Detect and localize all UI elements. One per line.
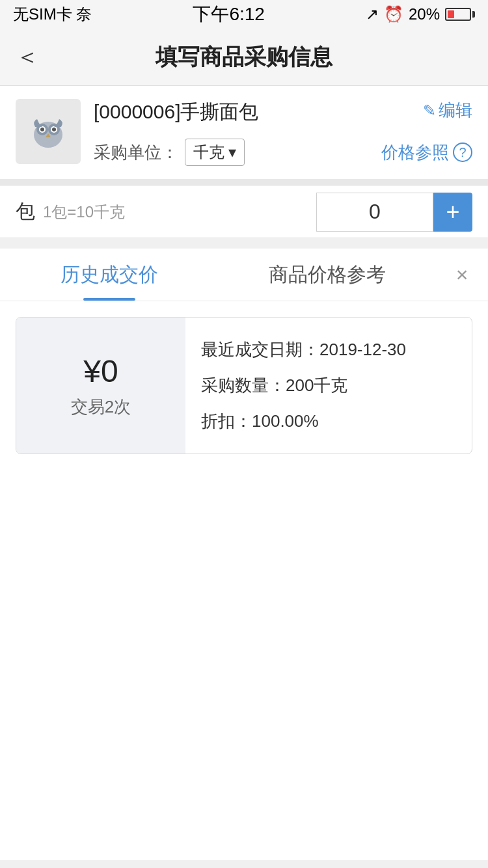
bottom-area — [0, 470, 488, 860]
edit-icon: ✎ — [423, 102, 436, 120]
product-name: [0000006]手撕面包 — [94, 99, 413, 126]
quantity-convert: 1包=10千克 — [43, 202, 125, 223]
yen-symbol: ¥ — [83, 354, 101, 388]
quantity-unit: 包 — [16, 198, 35, 225]
dropdown-arrow-icon: ▾ — [228, 143, 236, 161]
tabs-section: 历史成交价 商品价格参考 × ¥0 交易2次 最近成交日期：2019-12-30… — [0, 249, 488, 470]
carrier-label: 无SIM卡 奈 — [13, 4, 92, 25]
quantity-input[interactable]: 0 — [316, 193, 433, 232]
back-button[interactable]: ＜ — [16, 41, 39, 73]
edit-button[interactable]: ✎ 编辑 — [423, 99, 472, 122]
quantity-section: 包 1包=10千克 0 + — [0, 186, 488, 238]
unit-label: 采购单位： 千克 ▾ — [94, 139, 245, 166]
trade-details: 最近成交日期：2019-12-30 采购数量：200千克 折扣：100.00% — [185, 318, 472, 454]
location-icon: ↗ — [366, 5, 379, 23]
trade-card: ¥0 交易2次 最近成交日期：2019-12-30 采购数量：200千克 折扣：… — [16, 317, 472, 454]
product-info: [0000006]手撕面包 ✎ 编辑 采购单位： 千克 ▾ 价格参照 — [94, 99, 472, 166]
tab-history-price[interactable]: 历史成交价 — [0, 249, 218, 301]
status-time: 下午6:12 — [193, 2, 265, 27]
tab-price-reference[interactable]: 商品价格参考 — [218, 249, 436, 301]
price-reference-button[interactable]: 价格参照 ? — [381, 141, 472, 164]
alarm-icon: ⏰ — [384, 5, 403, 23]
tab-close-button[interactable]: × — [436, 249, 488, 301]
trade-count: 交易2次 — [71, 396, 131, 418]
quantity-label: 包 1包=10千克 — [16, 198, 125, 225]
quantity-controls: 0 + — [316, 193, 472, 232]
tabs-header: 历史成交价 商品价格参考 × — [0, 249, 488, 301]
status-bar: 无SIM卡 奈 下午6:12 ↗ ⏰ 20% — [0, 0, 488, 29]
help-icon: ? — [453, 142, 472, 162]
nav-bar: ＜ 填写商品采购信息 — [0, 29, 488, 86]
svg-point-5 — [40, 128, 44, 131]
trade-price-section: ¥0 交易2次 — [16, 318, 185, 454]
status-right: ↗ ⏰ 20% — [366, 5, 475, 23]
product-thumbnail — [16, 99, 81, 164]
product-card: [0000006]手撕面包 ✎ 编辑 采购单位： 千克 ▾ 价格参照 — [0, 86, 488, 179]
quantity-plus-button[interactable]: + — [433, 193, 472, 232]
battery-percent: 20% — [409, 5, 440, 23]
svg-point-6 — [52, 128, 56, 131]
tab-underline — [83, 298, 135, 301]
trade-quantity-row: 采购数量：200千克 — [201, 373, 456, 398]
unit-select[interactable]: 千克 ▾ — [185, 139, 245, 166]
page-title: 填写商品采购信息 — [156, 42, 332, 72]
trade-card-wrapper: ¥0 交易2次 最近成交日期：2019-12-30 采购数量：200千克 折扣：… — [0, 301, 488, 470]
owl-icon — [25, 109, 71, 154]
trade-discount-row: 折扣：100.00% — [201, 409, 456, 434]
trade-date-row: 最近成交日期：2019-12-30 — [201, 337, 456, 362]
battery-indicator — [445, 8, 475, 21]
status-left: 无SIM卡 奈 — [13, 4, 92, 25]
section-divider — [0, 179, 488, 185]
trade-price: ¥0 — [83, 353, 118, 389]
edit-label: 编辑 — [439, 99, 472, 122]
